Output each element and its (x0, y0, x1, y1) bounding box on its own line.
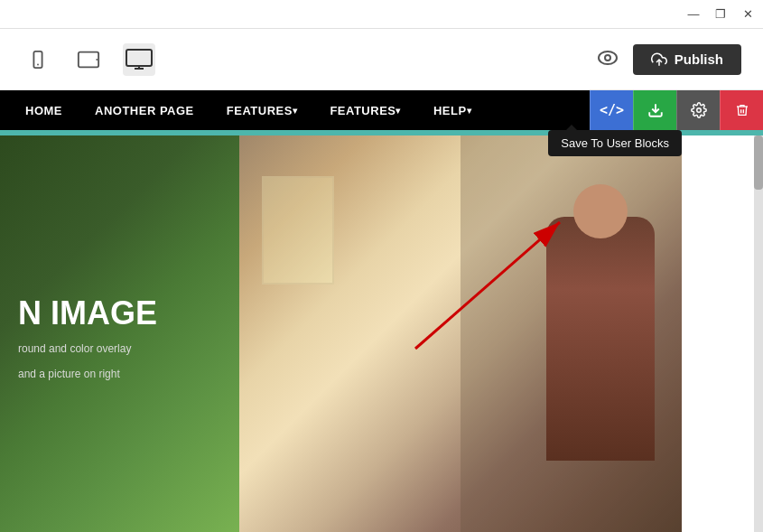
close-button[interactable]: ✕ (740, 6, 756, 23)
publish-button[interactable]: Publish (633, 44, 741, 75)
overlay-subtext-1: round and color overlay (18, 341, 221, 357)
save-to-user-blocks-label: Save To User Blocks (561, 136, 669, 150)
svg-point-1 (37, 63, 39, 65)
svg-rect-2 (79, 51, 98, 67)
nav-features-2[interactable]: FEATURES (313, 90, 417, 130)
cloud-upload-icon (651, 51, 667, 68)
nav-home[interactable]: HOME (9, 90, 79, 130)
svg-point-3 (96, 59, 98, 61)
text-overlay: N IMAGE round and color overlay and a pi… (0, 135, 239, 532)
overlay-subtext-2: and a picture on right (18, 366, 221, 382)
code-button[interactable]: </> (590, 90, 633, 130)
svg-point-8 (605, 55, 610, 61)
download-button[interactable] (633, 90, 676, 130)
title-bar: — ❐ ✕ (0, 0, 763, 29)
toolbar: Publish (0, 29, 763, 90)
office-photo (239, 135, 682, 532)
svg-point-11 (696, 108, 701, 113)
delete-button[interactable] (720, 90, 763, 130)
mobile-device-button[interactable] (22, 43, 54, 76)
save-to-user-blocks-tooltip: Save To User Blocks (548, 130, 682, 156)
nav-menu: HOME another page FEATURES FEATURES HELP (0, 90, 590, 130)
svg-rect-4 (126, 50, 152, 66)
nav-features-1[interactable]: FEATURES (210, 90, 314, 130)
svg-point-7 (599, 51, 617, 64)
nav-another-page[interactable]: another page (79, 90, 210, 130)
publish-label: Publish (675, 51, 723, 67)
tablet-device-button[interactable] (72, 43, 105, 76)
gear-icon (691, 102, 707, 118)
minimize-button[interactable]: — (685, 6, 702, 23)
desktop-device-button[interactable] (123, 43, 155, 76)
mobile-icon (28, 50, 48, 70)
toolbar-right: Publish (597, 44, 741, 75)
eye-icon (597, 47, 619, 69)
scrollbar-thumb[interactable] (754, 135, 763, 190)
action-bar: HOME another page FEATURES FEATURES HELP… (0, 90, 763, 130)
download-icon (647, 102, 664, 118)
scrollbar[interactable] (754, 135, 763, 532)
overlay-heading: N IMAGE (18, 295, 221, 331)
maximize-button[interactable]: ❐ (712, 6, 729, 23)
desktop-icon (126, 49, 153, 70)
nav-help[interactable]: HELP (417, 90, 488, 130)
device-switcher (22, 43, 155, 76)
tablet-icon (77, 50, 100, 70)
trash-icon (735, 102, 749, 118)
settings-button[interactable] (676, 90, 720, 130)
preview-area: N IMAGE round and color overlay and a pi… (0, 135, 763, 532)
action-buttons: </> (590, 90, 763, 130)
preview-button[interactable] (597, 47, 619, 72)
